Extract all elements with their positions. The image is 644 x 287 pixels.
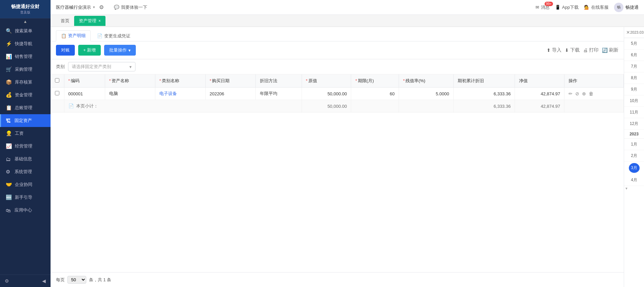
sidebar-item-payroll[interactable]: 👷 工资	[0, 127, 51, 140]
subtotal-label: 本页小计：	[76, 103, 98, 108]
sidebar-item-inventory[interactable]: 📦 库存核算	[0, 76, 51, 89]
tab-home[interactable]: 首页	[56, 16, 74, 26]
row-category: 电子设备	[155, 88, 205, 100]
print-label: 打印	[589, 47, 599, 53]
sidebar-item-fixedassets[interactable]: 🏗 固定资产	[0, 114, 51, 127]
sub-tabs: 📋 资产明细 📄 变更生成凭证	[51, 27, 624, 41]
select-all-checkbox[interactable]	[55, 78, 59, 83]
delete-icon[interactable]: 🗑	[589, 91, 593, 96]
collapse-icon[interactable]: ◀	[42, 278, 46, 284]
sidebar-item-enterprise[interactable]: 🤝 企业协同	[0, 178, 51, 191]
col-net-value: 净值	[515, 74, 564, 88]
user-menu[interactable]: 畅 畅捷通	[614, 3, 639, 12]
app-download-icon: 📱	[555, 5, 560, 10]
ledger-icon: 📋	[6, 105, 12, 111]
month-2023-1[interactable]: 1月	[624, 139, 644, 150]
month-2023-3[interactable]: 3月	[629, 163, 640, 173]
month-7[interactable]: 7月	[624, 61, 644, 72]
subtotal-accumulated: 6,333.36	[453, 100, 515, 113]
sub-tab-asset-detail-label: 资产明细	[68, 33, 86, 39]
per-page-select[interactable]: 10 20 50 100	[67, 276, 86, 284]
sidebar-label-quicknav: 快捷导航	[15, 41, 32, 47]
month-8[interactable]: 8月	[624, 72, 644, 84]
month-9[interactable]: 9月	[624, 84, 644, 95]
app-download-label: App下载	[562, 4, 579, 10]
sidebar-bottom: ⚙ ◀	[0, 275, 51, 287]
tab-close-icon[interactable]: ×	[98, 19, 101, 23]
sidebar-item-quicknav[interactable]: ⚡ 快捷导航	[0, 37, 51, 50]
sidebar-item-system[interactable]: ⚙ 系统管理	[0, 165, 51, 178]
refresh-label: 刷新	[609, 47, 618, 53]
feedback-label: 我要体验一下	[121, 4, 147, 10]
filter-category-select[interactable]: 请选择固定资产类别 ▾	[68, 62, 135, 71]
right-panel-close-icon[interactable]: ✕	[626, 30, 630, 35]
export-button[interactable]: ⬆ 导入	[547, 47, 561, 53]
username: 畅捷通	[625, 4, 639, 10]
avatar: 畅	[614, 3, 623, 12]
col-code: *编码	[64, 74, 105, 88]
content-area: 📋 资产明细 📄 变更生成凭证 对账 + 新增 批量操作 ▾	[51, 27, 644, 287]
col-check	[51, 74, 64, 88]
row-checkbox[interactable]	[55, 91, 59, 95]
company-selector[interactable]: 医疗器械行业演示 ▾	[56, 4, 95, 10]
sidebar-item-purchase[interactable]: 🛒 采购管理	[0, 63, 51, 76]
month-2023-4[interactable]: 4月	[624, 174, 644, 186]
sidebar-item-basicinfo[interactable]: 🗂 基础信息	[0, 153, 51, 165]
add-button[interactable]: + 新增	[78, 45, 101, 56]
sidebar-label-payroll: 工资	[15, 130, 24, 136]
sidebar-item-sales[interactable]: 📊 销售管理	[0, 50, 51, 63]
right-panel: ✕ 2023.03 ⤢ 5月 6月 7月 8月 9月 10月 11月 12月 2…	[624, 27, 644, 287]
sidebar-label-funds: 资金管理	[15, 92, 32, 98]
sidebar-item-appmarket[interactable]: 🛍 应用中心	[0, 204, 51, 217]
sidebar-item-search[interactable]: 🔍 搜索菜单	[0, 25, 51, 37]
month-2023-2[interactable]: 2月	[624, 150, 644, 162]
sidebar-label-enterprise: 企业协同	[15, 182, 32, 188]
subtotal-action	[564, 100, 624, 113]
row-name: 电脑	[105, 88, 155, 100]
sidebar-item-operations[interactable]: 📈 经营管理	[0, 140, 51, 153]
sidebar-item-guide[interactable]: 🆕 新手引导	[0, 191, 51, 204]
print-button[interactable]: 🖨 打印	[583, 47, 599, 53]
online-service-action[interactable]: 💁 在线客服	[584, 4, 609, 10]
voucher-icon: 📄	[97, 33, 102, 38]
col-depreciation-method: 折旧方法	[256, 74, 302, 88]
row-initial-accumulated-depreciation: 6,333.36	[453, 88, 515, 100]
basicinfo-icon: 🗂	[6, 156, 12, 162]
refresh-button[interactable]: 🔄 刷新	[602, 47, 618, 53]
sidebar-label-system: 系统管理	[14, 169, 32, 175]
appmarket-icon: 🛍	[6, 208, 12, 213]
subtotal-icon: 📄	[68, 103, 74, 108]
add-label: + 新增	[83, 47, 96, 53]
feedback-button[interactable]: 💬 我要体验一下	[111, 3, 151, 12]
sub-tab-asset-detail[interactable]: 📋 资产明细	[56, 30, 91, 41]
subtotal-empty-check	[51, 100, 64, 113]
month-5[interactable]: 5月	[624, 38, 644, 50]
sidebar-item-funds[interactable]: 💰 资金管理	[0, 89, 51, 101]
month-12[interactable]: 12月	[624, 118, 644, 130]
guide-icon: 🆕	[6, 194, 12, 200]
month-6[interactable]: 6月	[624, 50, 644, 61]
more-icon[interactable]: ⊕	[582, 91, 586, 96]
per-page-label: 每页	[56, 277, 65, 283]
download-button[interactable]: ⬇ 下载	[565, 47, 580, 53]
message-badge: 99+	[545, 2, 553, 6]
tab-asset-management[interactable]: 资产管理 ×	[74, 16, 105, 26]
month-10[interactable]: 10月	[624, 95, 644, 107]
batch-button[interactable]: 批量操作 ▾	[104, 45, 136, 56]
edit-icon[interactable]: ✏	[569, 91, 573, 96]
settings-icon[interactable]: ⚙	[5, 278, 9, 284]
message-action[interactable]: ✉ 消息 99+	[535, 4, 550, 10]
row-depreciation-method: 年限平均	[256, 88, 302, 100]
scroll-down-indicator[interactable]: ▼	[624, 186, 644, 191]
copy-icon[interactable]: ⊘	[575, 91, 579, 96]
sidebar-scroll-up[interactable]: ▲	[0, 19, 51, 25]
quicknav-icon: ⚡	[6, 41, 12, 47]
app-download-action[interactable]: 📱 App下载	[555, 4, 579, 10]
month-11[interactable]: 11月	[624, 107, 644, 118]
gear-icon[interactable]: ⚙	[99, 4, 104, 10]
sidebar-item-ledger[interactable]: 📋 总账管理	[0, 101, 51, 114]
feedback-icon: 💬	[114, 5, 119, 10]
reconcile-button[interactable]: 对账	[56, 45, 75, 56]
sub-tab-voucher[interactable]: 📄 变更生成凭证	[92, 31, 135, 41]
funds-icon: 💰	[6, 92, 12, 98]
